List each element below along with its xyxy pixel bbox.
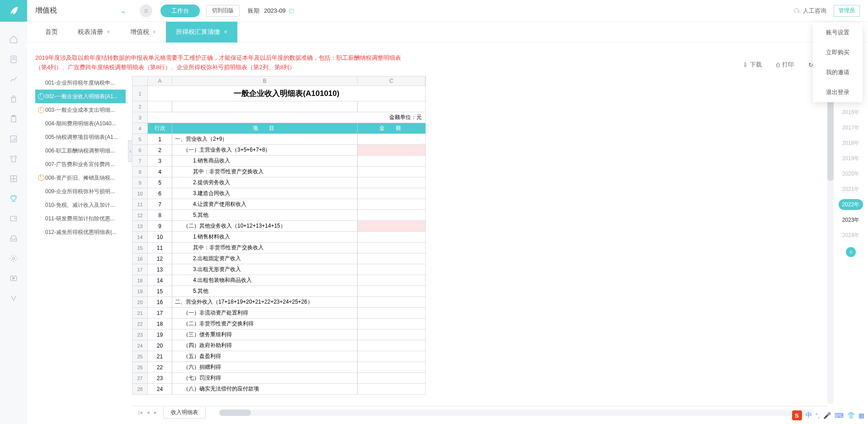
- cell[interactable]: 24: [148, 384, 172, 394]
- row-number[interactable]: 9: [132, 177, 148, 188]
- cell[interactable]: [358, 188, 425, 199]
- report-icon[interactable]: [9, 134, 19, 144]
- cup-icon[interactable]: [9, 194, 19, 204]
- cell[interactable]: [358, 340, 425, 351]
- v-icon[interactable]: [9, 293, 19, 303]
- row-number[interactable]: 6: [132, 145, 148, 155]
- print-button[interactable]: ⎙打印: [776, 61, 794, 69]
- cell[interactable]: 21: [148, 351, 172, 362]
- title-dropdown[interactable]: 增值税 ⌄: [35, 6, 126, 15]
- row-number[interactable]: 8: [132, 167, 148, 177]
- row-number[interactable]: 23: [132, 329, 148, 340]
- cell[interactable]: [358, 319, 425, 329]
- cell[interactable]: 2: [148, 145, 172, 155]
- menu-logout[interactable]: 退出登录: [813, 82, 863, 102]
- row-number[interactable]: 16: [132, 253, 148, 264]
- cell[interactable]: [358, 177, 425, 188]
- cell[interactable]: （四）政府补助利得: [172, 340, 358, 351]
- cell[interactable]: [358, 199, 425, 210]
- tshirt-icon[interactable]: [9, 154, 19, 164]
- row-number[interactable]: 10: [132, 188, 148, 199]
- cell[interactable]: [358, 243, 425, 253]
- cell[interactable]: （六）捐赠利得: [172, 362, 358, 372]
- chart-icon[interactable]: [9, 74, 19, 84]
- cell[interactable]: （八）确实无法偿付的应付款项: [172, 384, 358, 394]
- doc-icon[interactable]: [9, 54, 19, 64]
- row-number[interactable]: 18: [132, 275, 148, 286]
- cell[interactable]: [358, 297, 425, 307]
- app-logo[interactable]: [0, 0, 27, 22]
- tree-item[interactable]: 006-职工薪酬纳税调整明细...: [35, 144, 126, 157]
- cell[interactable]: [358, 308, 425, 318]
- scroll-thumb[interactable]: [219, 410, 251, 416]
- close-icon[interactable]: ×: [153, 29, 156, 35]
- year-2024[interactable]: 2024年: [839, 230, 863, 241]
- cell[interactable]: [358, 253, 425, 264]
- cell[interactable]: （七）罚没利得: [172, 373, 358, 383]
- cell[interactable]: （三）债务重组利得: [172, 329, 358, 340]
- cell[interactable]: 2.提供劳务收入: [172, 177, 358, 188]
- cell[interactable]: [358, 232, 425, 242]
- row-number[interactable]: 19: [132, 286, 148, 296]
- row-number[interactable]: 4: [132, 123, 148, 133]
- ime-punct-icon[interactable]: °,: [816, 412, 820, 419]
- cell[interactable]: 5.其他: [172, 286, 358, 296]
- round-menu-button[interactable]: [140, 5, 152, 17]
- tab-vat[interactable]: 增值税×: [120, 22, 166, 43]
- tree-item[interactable]: 012-减免所得税优惠明细表(...: [35, 225, 126, 239]
- year-2020[interactable]: 2020年: [839, 168, 863, 179]
- consult-link[interactable]: 人工咨询: [793, 7, 826, 15]
- cell[interactable]: [358, 373, 425, 383]
- ime-mic-icon[interactable]: 🎤: [823, 412, 831, 419]
- cell[interactable]: [358, 221, 425, 231]
- year-2019[interactable]: 2019年: [839, 153, 863, 164]
- tab-home[interactable]: 首页: [35, 22, 68, 43]
- col-header-a[interactable]: A: [148, 76, 172, 86]
- cell[interactable]: 14: [148, 275, 172, 286]
- cell[interactable]: [358, 286, 425, 296]
- cell[interactable]: [358, 384, 425, 394]
- cell[interactable]: 7: [148, 199, 172, 210]
- year-2022[interactable]: 2022年: [839, 199, 863, 210]
- row-number[interactable]: 28: [132, 384, 148, 394]
- tree-item[interactable]: 005-纳税调整项目明细表(A1...: [35, 130, 126, 144]
- cell[interactable]: [358, 351, 425, 362]
- cell[interactable]: 1.销售商品收入: [172, 156, 358, 166]
- row-number[interactable]: 13: [132, 221, 148, 231]
- menu-my-invites[interactable]: 我的邀请: [813, 62, 863, 82]
- cell[interactable]: [358, 167, 425, 177]
- cell[interactable]: 一、营业收入（2+9）: [172, 134, 358, 144]
- row-number[interactable]: 26: [132, 362, 148, 372]
- cell[interactable]: 8: [148, 210, 172, 220]
- cell[interactable]: 15: [148, 286, 172, 296]
- row-number[interactable]: 11: [132, 199, 148, 210]
- tree-item[interactable]: 009-企业所得税弥补亏损明...: [35, 185, 126, 198]
- switch-old-button[interactable]: 切到旧版: [206, 5, 240, 17]
- row-number[interactable]: 17: [132, 264, 148, 275]
- cell[interactable]: 23: [148, 373, 172, 383]
- period-picker[interactable]: 2023-09: [264, 7, 295, 14]
- tree-item[interactable]: 010-免税、减计收入及加计...: [35, 198, 126, 212]
- cell[interactable]: 13: [148, 264, 172, 275]
- year-2021[interactable]: 2021年: [839, 184, 863, 195]
- cell[interactable]: 1.销售材料收入: [172, 232, 358, 242]
- tree-item[interactable]: 002-一般企业收入明细表(A1...: [35, 90, 126, 103]
- tab-tax-list[interactable]: 税表清册×: [68, 22, 120, 43]
- admin-button[interactable]: 管理员: [834, 5, 860, 17]
- col-header-c[interactable]: C: [358, 76, 425, 86]
- row-number[interactable]: 24: [132, 340, 148, 351]
- clipboard-icon[interactable]: [9, 114, 19, 124]
- cell[interactable]: [358, 275, 425, 286]
- close-icon[interactable]: ×: [224, 29, 227, 35]
- cell[interactable]: 3.建造合同收入: [172, 188, 358, 199]
- tree-item[interactable]: 011-研发费用加计扣除优惠...: [35, 212, 126, 225]
- nav-prev-icon[interactable]: ◂: [147, 410, 150, 415]
- tree-item[interactable]: 001-企业所得税年度纳税申...: [35, 76, 126, 90]
- row-number[interactable]: 25: [132, 351, 148, 362]
- row-number[interactable]: 12: [132, 210, 148, 220]
- video-icon[interactable]: [9, 273, 19, 283]
- bag-icon[interactable]: [9, 94, 19, 104]
- cell[interactable]: 1: [148, 134, 172, 144]
- row-number[interactable]: 20: [132, 297, 148, 307]
- row-number[interactable]: 2: [132, 101, 148, 112]
